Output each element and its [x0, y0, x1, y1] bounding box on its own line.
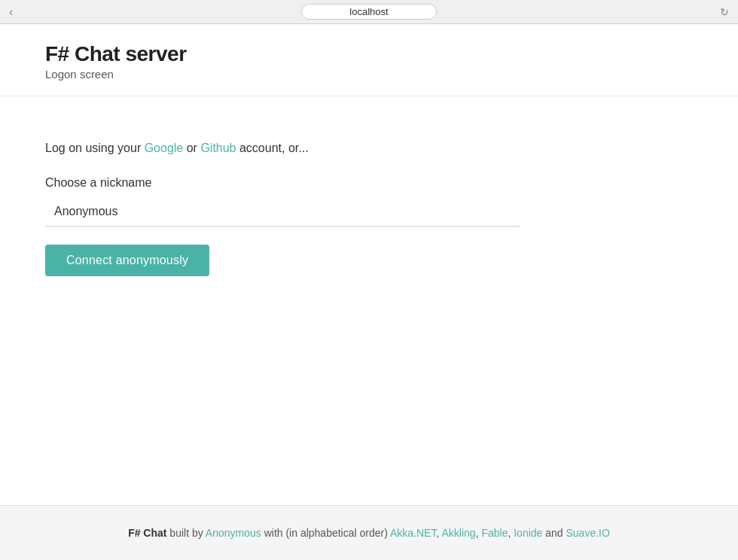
page-content: F# Chat server Logon screen Log on using… — [0, 24, 738, 560]
footer-text: F# Chat built by Anonymous with (in alph… — [45, 527, 693, 539]
intro-or: or — [183, 142, 200, 154]
back-button[interactable]: ‹ — [9, 5, 13, 19]
footer-fable-link[interactable]: Fable — [481, 527, 508, 539]
reload-button[interactable]: ↻ — [720, 6, 729, 18]
intro-prefix: Log on using your — [45, 142, 145, 154]
github-link[interactable]: Github — [200, 142, 236, 154]
page-header: F# Chat server Logon screen — [0, 24, 738, 96]
logon-section: Log on using your Google or Github accou… — [45, 142, 527, 276]
browser-chrome: ‹ localhost ↻ — [0, 0, 738, 24]
intro-suffix: account, or... — [236, 142, 309, 154]
google-link[interactable]: Google — [145, 142, 184, 154]
logon-intro: Log on using your Google or Github accou… — [45, 142, 527, 155]
footer-akka-link[interactable]: Akka.NET — [390, 527, 436, 539]
footer-brand: F# Chat — [128, 527, 166, 539]
page-title: F# Chat server — [45, 42, 693, 66]
footer: F# Chat built by Anonymous with (in alph… — [0, 505, 738, 560]
footer-ionide-link[interactable]: Ionide — [514, 527, 542, 539]
nickname-input[interactable] — [45, 197, 520, 227]
nickname-label: Choose a nickname — [45, 176, 527, 190]
url-bar[interactable]: localhost — [301, 4, 437, 20]
main-area: Log on using your Google or Github accou… — [0, 96, 738, 505]
page-subtitle: Logon screen — [45, 68, 693, 81]
footer-anonymous-link[interactable]: Anonymous — [206, 527, 261, 539]
connect-anonymously-button[interactable]: Connect anonymously — [45, 245, 209, 276]
footer-and: and — [542, 527, 566, 539]
footer-built-by-prefix: built by — [166, 527, 205, 539]
footer-built-by-middle: with (in alphabetical order) — [261, 527, 390, 539]
footer-akkling-link[interactable]: Akkling — [441, 527, 475, 539]
footer-suave-link[interactable]: Suave.IO — [566, 527, 610, 539]
